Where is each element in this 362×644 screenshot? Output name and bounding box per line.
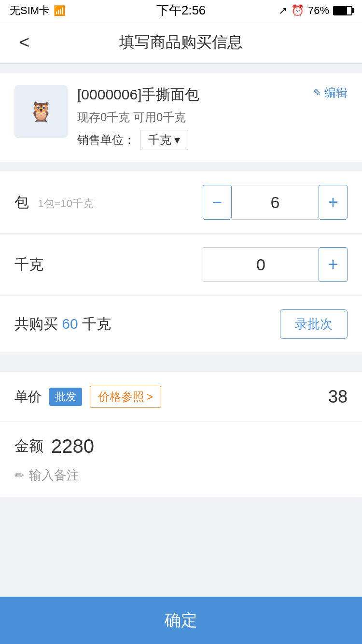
price-section: 单价 批发 价格参照 > 38 — [0, 372, 362, 422]
product-stock: 现存0千克 可用0千克 — [77, 110, 348, 125]
edit-label: 编辑 — [324, 85, 348, 100]
amount-label: 金额 — [14, 436, 43, 456]
amount-section: 金额 2280 ✏ 输入备注 — [0, 422, 362, 497]
back-button[interactable]: < — [14, 28, 34, 57]
wifi-icon: 📶 — [54, 5, 66, 16]
price-value: 38 — [328, 387, 348, 407]
location-icon: ↗ — [278, 4, 287, 17]
confirm-bar[interactable]: 确定 — [0, 597, 362, 644]
unit-label: 销售单位： — [77, 132, 135, 148]
product-unit-row: 销售单位： 千克 ▾ — [77, 130, 348, 150]
total-qty: 60 — [62, 316, 82, 332]
price-label: 单价 — [14, 388, 42, 406]
kg-quantity-control: + — [203, 247, 348, 282]
pencil-icon: ✏ — [14, 469, 24, 482]
remark-label: 输入备注 — [29, 467, 79, 484]
total-row: 共购买 60 千克 录批次 — [0, 296, 362, 353]
page-title: 填写商品购买信息 — [119, 32, 243, 53]
edit-icon: ✎ — [313, 87, 321, 98]
unit-select[interactable]: 千克 ▾ — [140, 130, 188, 150]
divider-2 — [0, 353, 362, 363]
chevron-right-icon: > — [146, 390, 153, 404]
kg-label: 千克 — [14, 255, 203, 275]
nav-bar: < 填写商品购买信息 — [0, 21, 362, 64]
batch-button[interactable]: 录批次 — [280, 309, 348, 339]
package-input[interactable] — [232, 185, 319, 220]
carrier-text: 无SIM卡 — [10, 3, 50, 18]
amount-row: 金额 2280 — [14, 435, 348, 457]
product-card: 🦉 [0000006]手撕面包 现存0千克 可用0千克 销售单位： 千克 ▾ ✎… — [0, 73, 362, 162]
package-decrement-button[interactable]: − — [203, 185, 232, 220]
remark-row[interactable]: ✏ 输入备注 — [14, 467, 348, 484]
unit-value: 千克 — [148, 132, 171, 148]
package-label: 包 1包=10千克 — [14, 193, 203, 212]
total-text: 共购买 60 千克 — [14, 314, 111, 334]
total-unit: 千克 — [82, 316, 111, 332]
package-increment-button[interactable]: + — [319, 185, 348, 220]
input-section: 包 1包=10千克 − + 千克 + — [0, 171, 362, 296]
product-info: [0000006]手撕面包 现存0千克 可用0千克 销售单位： 千克 ▾ — [77, 85, 348, 150]
status-bar: 无SIM卡 📶 下午2:56 ↗ ⏰ 76% — [0, 0, 362, 21]
chevron-down-icon: ▾ — [174, 133, 180, 147]
total-prefix: 共购买 — [14, 316, 58, 332]
confirm-button[interactable]: 确定 — [165, 609, 197, 631]
package-hint: 1包=10千克 — [38, 197, 94, 210]
kg-increment-button[interactable]: + — [319, 247, 348, 282]
package-quantity-control: − + — [203, 185, 348, 220]
product-image: 🦉 — [14, 85, 68, 138]
product-owl-icon: 🦉 — [29, 100, 53, 123]
alarm-icon: ⏰ — [291, 4, 304, 17]
kg-input[interactable] — [203, 247, 319, 282]
product-name: [0000006]手撕面包 — [77, 85, 348, 105]
divider-1 — [0, 162, 362, 171]
price-ref-label: 价格参照 — [98, 389, 144, 405]
price-tag: 批发 — [49, 388, 82, 406]
battery-text: 76% — [308, 4, 329, 17]
status-time: 下午2:56 — [156, 2, 206, 19]
edit-button[interactable]: ✎ 编辑 — [313, 85, 348, 100]
package-input-row: 包 1包=10千克 − + — [0, 171, 362, 234]
status-right: ↗ ⏰ 76% — [278, 4, 352, 17]
price-row: 单价 批发 价格参照 > 38 — [0, 372, 362, 422]
price-reference-button[interactable]: 价格参照 > — [90, 386, 161, 408]
kg-input-row: 千克 + — [0, 234, 362, 296]
amount-value: 2280 — [51, 435, 94, 457]
status-left: 无SIM卡 📶 — [10, 3, 66, 18]
battery-icon — [333, 6, 352, 15]
